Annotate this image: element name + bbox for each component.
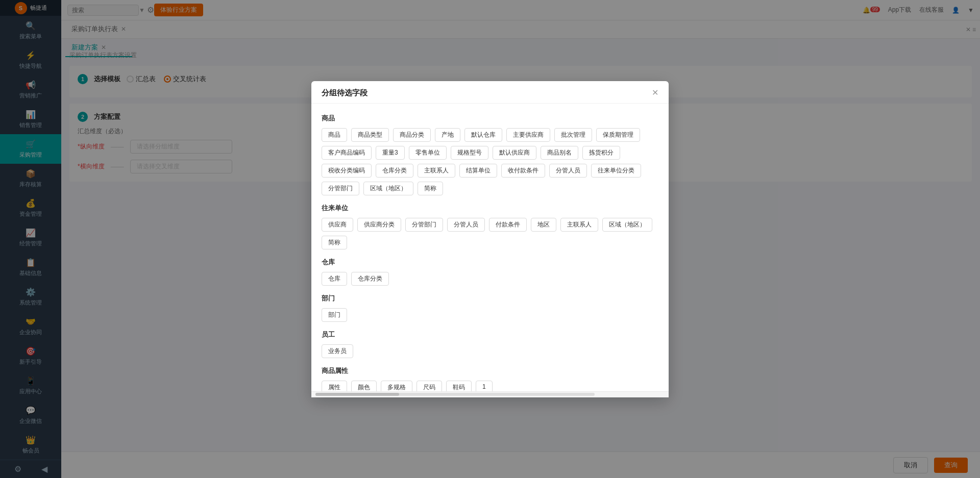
- field-tag-仓库分类[interactable]: 仓库分类: [376, 164, 413, 178]
- modal-close-button[interactable]: ✕: [652, 89, 658, 97]
- section-title-department: 部门: [322, 294, 658, 303]
- field-tag-简称[interactable]: 简称: [322, 236, 347, 249]
- section-title-warehouse: 仓库: [322, 258, 658, 267]
- section-title-goods: 商品: [322, 114, 658, 123]
- field-tag-默认供应商[interactable]: 默认供应商: [493, 146, 536, 160]
- field-tag-主要供应商[interactable]: 主要供应商: [506, 128, 550, 142]
- modal-overlay: 分组待选字段 ✕ 商品商品商品类型商品分类产地默认仓库主要供应商批次管理保质期管…: [0, 0, 980, 478]
- field-tag-分管部门[interactable]: 分管部门: [405, 218, 443, 232]
- field-tag-1[interactable]: 1: [476, 381, 493, 391]
- field-grid-employee: 业务员: [322, 344, 658, 358]
- field-tag-分管部门[interactable]: 分管部门: [322, 182, 359, 195]
- field-grid-warehouse: 仓库仓库分类: [322, 272, 658, 286]
- modal-title: 分组待选字段: [322, 88, 368, 98]
- field-tag-结算单位[interactable]: 结算单位: [459, 164, 497, 178]
- field-tag-客户商品编码[interactable]: 客户商品编码: [322, 146, 372, 160]
- field-tag-往来单位分类[interactable]: 往来单位分类: [591, 164, 641, 178]
- field-tag-拣货积分[interactable]: 拣货积分: [582, 146, 620, 160]
- field-grid-department: 部门: [322, 308, 658, 322]
- field-tag-默认仓库[interactable]: 默认仓库: [464, 128, 502, 142]
- field-tag-供应商分类[interactable]: 供应商分类: [357, 218, 401, 232]
- modal-header: 分组待选字段 ✕: [311, 81, 669, 104]
- field-tag-区域（地区）[interactable]: 区域（地区）: [363, 182, 413, 195]
- field-tag-付款条件[interactable]: 付款条件: [489, 218, 527, 232]
- field-tag-尺码[interactable]: 尺码: [416, 381, 442, 391]
- field-tag-多规格[interactable]: 多规格: [381, 381, 412, 391]
- field-tag-规格型号[interactable]: 规格型号: [451, 146, 488, 160]
- field-tag-部门[interactable]: 部门: [322, 308, 347, 322]
- modal-hscrollbar[interactable]: [311, 391, 669, 397]
- field-tag-业务员[interactable]: 业务员: [322, 344, 353, 358]
- section-title-employee: 员工: [322, 330, 658, 339]
- field-tag-收付款条件[interactable]: 收付款条件: [501, 164, 545, 178]
- field-tag-商品别名[interactable]: 商品别名: [541, 146, 578, 160]
- field-tag-区域（地区）[interactable]: 区域（地区）: [602, 218, 652, 232]
- field-grid-partner: 供应商供应商分类分管部门分管人员付款条件地区主联系人区域（地区）简称: [322, 218, 658, 249]
- field-tag-重量3[interactable]: 重量3: [376, 146, 405, 160]
- field-tag-分管人员[interactable]: 分管人员: [447, 218, 485, 232]
- field-tag-颜色[interactable]: 颜色: [351, 381, 377, 391]
- field-tag-保质期管理[interactable]: 保质期管理: [596, 128, 640, 142]
- field-tag-零售单位[interactable]: 零售单位: [409, 146, 447, 160]
- field-tag-属性[interactable]: 属性: [322, 381, 347, 391]
- modal-dialog: 分组待选字段 ✕ 商品商品商品类型商品分类产地默认仓库主要供应商批次管理保质期管…: [311, 81, 669, 397]
- field-tag-主联系人[interactable]: 主联系人: [418, 164, 455, 178]
- field-grid-goods: 商品商品类型商品分类产地默认仓库主要供应商批次管理保质期管理客户商品编码重量3零…: [322, 128, 658, 195]
- modal-body[interactable]: 商品商品商品类型商品分类产地默认仓库主要供应商批次管理保质期管理客户商品编码重量…: [311, 104, 669, 391]
- field-tag-主联系人[interactable]: 主联系人: [560, 218, 598, 232]
- field-tag-简称[interactable]: 简称: [418, 182, 443, 195]
- field-tag-商品分类[interactable]: 商品分类: [393, 128, 431, 142]
- field-tag-供应商[interactable]: 供应商: [322, 218, 353, 232]
- section-title-goods-attr: 商品属性: [322, 366, 658, 375]
- section-title-partner: 往来单位: [322, 204, 658, 213]
- field-tag-地区[interactable]: 地区: [531, 218, 556, 232]
- field-grid-goods-attr: 属性颜色多规格尺码鞋码1: [322, 381, 658, 391]
- field-tag-税收分类编码[interactable]: 税收分类编码: [322, 164, 372, 178]
- field-tag-商品类型[interactable]: 商品类型: [351, 128, 389, 142]
- field-tag-产地[interactable]: 产地: [435, 128, 460, 142]
- field-tag-批次管理[interactable]: 批次管理: [554, 128, 592, 142]
- field-tag-商品[interactable]: 商品: [322, 128, 347, 142]
- field-tag-仓库分类[interactable]: 仓库分类: [351, 272, 389, 286]
- field-tag-仓库[interactable]: 仓库: [322, 272, 347, 286]
- field-tag-鞋码[interactable]: 鞋码: [446, 381, 472, 391]
- field-tag-分管人员[interactable]: 分管人员: [549, 164, 587, 178]
